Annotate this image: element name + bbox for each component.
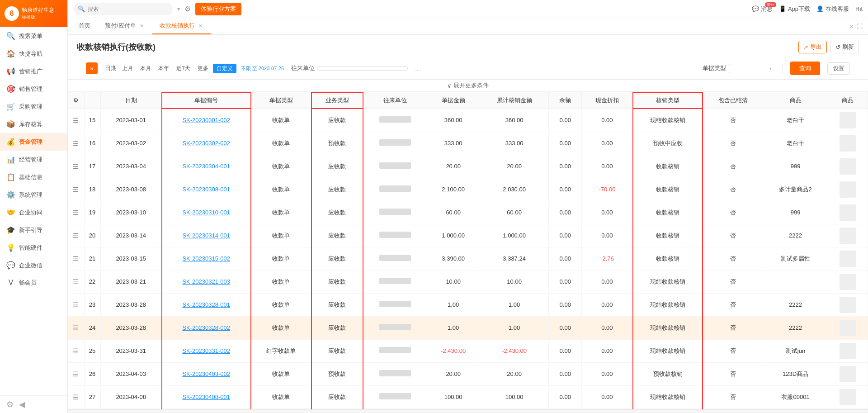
sidebar-item-label-inventory: 库存核算 bbox=[19, 120, 42, 128]
row-doc-no[interactable]: SK-20230314-001 bbox=[162, 224, 251, 247]
doctype-filter-section: 单据类型 ▾ bbox=[703, 64, 783, 73]
row-gear[interactable]: ☰ bbox=[68, 270, 84, 293]
row-gear[interactable]: ☰ bbox=[68, 201, 84, 224]
sidebar-item-member[interactable]: V畅会员 bbox=[0, 274, 67, 291]
row-doc-no[interactable]: SK-20230408-001 bbox=[162, 385, 251, 408]
row-seq: 25 bbox=[84, 339, 100, 362]
sidebar-item-enterprise[interactable]: 🤝企业协同 bbox=[0, 204, 67, 221]
tab-home[interactable]: 首页 bbox=[71, 18, 98, 34]
row-goods-img bbox=[828, 224, 868, 247]
row-gear[interactable]: ☰ bbox=[68, 362, 84, 385]
row-gear[interactable]: ☰ bbox=[68, 109, 84, 132]
row-doc-no[interactable]: SK-20230304-001 bbox=[162, 155, 251, 178]
date-opt-custom[interactable]: 自定义 bbox=[213, 64, 236, 73]
tab-close-all-icon[interactable]: ✕ bbox=[849, 23, 854, 30]
logo-text: 畅康道好生意 bbox=[22, 7, 54, 14]
sidebar-item-guide[interactable]: 🎓新手引导 bbox=[0, 221, 67, 239]
row-biz-type: 应收款 bbox=[311, 293, 363, 316]
tab-close-payable[interactable]: ✕ bbox=[139, 23, 145, 29]
sidebar-item-hardware[interactable]: 💡智能硬件 bbox=[0, 239, 67, 256]
expand-more-button[interactable]: ∨ 展开更多条件 bbox=[447, 81, 489, 90]
sidebar-item-sales[interactable]: 🎯销售管理 bbox=[0, 80, 67, 98]
date-opt-本月[interactable]: 本月 bbox=[137, 64, 154, 73]
row-amount: 60.00 bbox=[427, 201, 480, 224]
gear-icon[interactable]: ⚙ bbox=[184, 5, 191, 13]
sidebar-item-inventory[interactable]: 📦库存核算 bbox=[0, 115, 67, 133]
sidebar-item-finance[interactable]: 💰资金管理 bbox=[0, 133, 67, 151]
app-download-button[interactable]: 📱 App下载 bbox=[779, 5, 810, 13]
include-settled-column-header: 包含已结清 bbox=[703, 92, 763, 109]
settings-button[interactable]: 设置 bbox=[827, 62, 850, 75]
date-opt-更多[interactable]: 更多 bbox=[195, 64, 211, 73]
row-goods bbox=[763, 270, 828, 293]
row-doc-no[interactable]: SK-20230301-002 bbox=[162, 109, 251, 132]
row-gear[interactable]: ☰ bbox=[68, 339, 84, 362]
row-doc-no[interactable]: SK-20230315-002 bbox=[162, 247, 251, 270]
row-gear[interactable]: ☰ bbox=[68, 293, 84, 316]
sidebar-item-basic[interactable]: 📋基础信息 bbox=[0, 168, 67, 186]
row-doc-no[interactable]: SK-20230331-002 bbox=[162, 339, 251, 362]
row-doc-no[interactable]: SK-20230328-001 bbox=[162, 293, 251, 316]
row-unit bbox=[363, 247, 427, 270]
sidebar-item-search[interactable]: 🔍搜索菜单 bbox=[0, 27, 67, 45]
search-input[interactable] bbox=[88, 6, 168, 12]
tab-verify[interactable]: 收款核销执行✕ bbox=[152, 18, 211, 34]
row-doc-no[interactable]: SK-20230302-002 bbox=[162, 132, 251, 155]
row-amount: 20.00 bbox=[427, 362, 480, 385]
doctype-select[interactable]: ▾ bbox=[729, 64, 783, 73]
tab-label-verify: 收款核销执行 bbox=[160, 22, 195, 30]
goods-img-column-header: 商品 bbox=[828, 92, 868, 109]
row-gear[interactable]: ☰ bbox=[68, 316, 84, 339]
sidebar-item-marketing[interactable]: 📢营销推广 bbox=[0, 62, 67, 80]
filter-expand-button[interactable]: » bbox=[86, 62, 98, 74]
collapse-icon[interactable]: ◀ bbox=[19, 399, 25, 409]
table-area: ⚙ 日期 单据编号 单据类型 业务类型 往来单位 单据金额 累计核销金额 余额 … bbox=[68, 92, 868, 409]
row-doc-no[interactable]: SK-20230321-003 bbox=[162, 270, 251, 293]
online-service-button[interactable]: 👤 在线客服 bbox=[816, 5, 849, 13]
row-gear[interactable]: ☰ bbox=[68, 155, 84, 178]
tab-payable[interactable]: 预付/应付单✕ bbox=[98, 18, 152, 34]
unit-input[interactable] bbox=[317, 66, 408, 71]
row-date: 2023-03-15 bbox=[100, 247, 162, 270]
dropdown-arrow-icon[interactable]: ▾ bbox=[177, 6, 180, 12]
row-verify-type: 收款核销 bbox=[633, 178, 703, 201]
sidebar-item-wechat[interactable]: 💬企业微信 bbox=[0, 256, 67, 274]
tab-close-verify[interactable]: ✕ bbox=[198, 23, 204, 29]
row-gear[interactable]: ☰ bbox=[68, 385, 84, 408]
hardware-icon: 💡 bbox=[6, 243, 15, 252]
gear-column-header[interactable]: ⚙ bbox=[68, 92, 84, 109]
refresh-button[interactable]: ↺ 刷新 bbox=[830, 41, 859, 53]
row-amount: -2,430.00 bbox=[427, 339, 480, 362]
row-include-settled: 否 bbox=[703, 316, 763, 339]
row-doc-no[interactable]: SK-20230308-001 bbox=[162, 178, 251, 201]
sidebar-item-shortcut[interactable]: 🏠快捷导航 bbox=[0, 45, 67, 62]
tab-label-payable: 预付/应付单 bbox=[105, 22, 136, 30]
date-opt-上月[interactable]: 上月 bbox=[119, 64, 136, 73]
member-icon: V bbox=[6, 279, 15, 287]
sidebar-item-system[interactable]: ⚙️系统管理 bbox=[0, 186, 67, 204]
row-verify-amount: 10.00 bbox=[480, 270, 549, 293]
tab-expand-icon[interactable]: ⛶ bbox=[857, 23, 863, 30]
date-opt-近7天[interactable]: 近7天 bbox=[174, 64, 193, 73]
row-goods-img bbox=[828, 316, 868, 339]
date-opt-本年[interactable]: 本年 bbox=[156, 64, 172, 73]
sidebar-item-operations[interactable]: 📊经营管理 bbox=[0, 151, 67, 168]
export-button[interactable]: ↗ 导出 bbox=[798, 41, 827, 53]
row-gear[interactable]: ☰ bbox=[68, 224, 84, 247]
row-gear[interactable]: ☰ bbox=[68, 247, 84, 270]
row-doc-no[interactable]: SK-20230310-001 bbox=[162, 201, 251, 224]
settings-footer-icon[interactable]: ⚙ bbox=[6, 399, 14, 409]
user-name[interactable]: Rit bbox=[855, 5, 863, 12]
row-gear[interactable]: ☰ bbox=[68, 132, 84, 155]
row-gear[interactable]: ☰ bbox=[68, 178, 84, 201]
message-button[interactable]: 💬 消息 99+ bbox=[752, 5, 773, 13]
table-row: ☰ 20 2023-03-14 SK-20230314-001 收款单 应收款 … bbox=[68, 224, 868, 247]
basic-icon: 📋 bbox=[6, 173, 15, 181]
row-doc-no[interactable]: SK-20230403-002 bbox=[162, 362, 251, 385]
solution-button[interactable]: 体验行业方案 bbox=[195, 3, 241, 15]
horizontal-scrollbar[interactable] bbox=[68, 409, 868, 413]
row-goods: 2222 bbox=[763, 316, 828, 339]
query-button[interactable]: 查询 bbox=[790, 62, 820, 75]
sidebar-item-purchase[interactable]: 🛒采购管理 bbox=[0, 98, 67, 115]
row-doc-no[interactable]: SK-20230328-002 bbox=[162, 316, 251, 339]
